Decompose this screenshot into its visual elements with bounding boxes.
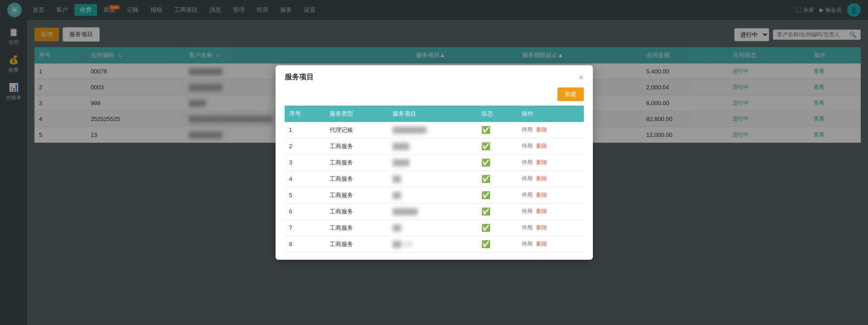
- modal-cell-item: ██████: [388, 204, 477, 220]
- modal-table-row: 8 工商服务 ██注册 ✅ 停用 删除: [285, 236, 584, 252]
- modal-cell-action: 停用 删除: [517, 220, 584, 236]
- modal-table-row: 6 工商服务 ██████ ✅ 停用 删除: [285, 204, 584, 220]
- modal-cell-action: 停用 删除: [517, 122, 584, 138]
- modal-cell-status: ✅: [477, 155, 517, 171]
- modal-cell-seq: 3: [285, 155, 325, 171]
- modal-cell-item: ██注册: [388, 236, 477, 252]
- modal-cell-seq: 7: [285, 220, 325, 236]
- modal-cell-status: ✅: [477, 122, 517, 138]
- modal-table-row: 4 工商服务 ██ ✅ 停用 删除: [285, 171, 584, 187]
- modal-table-row: 2 工商服务 ████ ✅ 停用 删除: [285, 138, 584, 155]
- modal-cell-action: 停用 删除: [517, 155, 584, 171]
- modal-cell-status: ✅: [477, 138, 517, 155]
- status-check-icon: ✅: [481, 191, 490, 199]
- modal-col-seq: 序号: [285, 106, 325, 122]
- modal-cell-status: ✅: [477, 236, 517, 252]
- status-check-icon: ✅: [481, 175, 490, 183]
- modal-col-item: 服务项目: [388, 106, 477, 122]
- modal-cell-item: ██: [388, 187, 477, 204]
- modal-cell-type: 工商服务: [325, 138, 388, 155]
- delete-button[interactable]: 删除: [536, 208, 547, 215]
- stop-button[interactable]: 停用: [522, 224, 533, 232]
- modal-cell-seq: 5: [285, 187, 325, 204]
- modal-table-row: 7 工商服务 ██ ✅ 停用 删除: [285, 220, 584, 236]
- status-check-icon: ✅: [481, 208, 490, 215]
- delete-button[interactable]: 删除: [536, 126, 547, 134]
- stop-button[interactable]: 停用: [522, 175, 533, 183]
- modal-cell-action: 停用 删除: [517, 204, 584, 220]
- modal-cell-item: ████: [388, 138, 477, 155]
- stop-button[interactable]: 停用: [522, 126, 533, 134]
- modal-cell-seq: 2: [285, 138, 325, 155]
- modal-cell-seq: 8: [285, 236, 325, 252]
- modal-cell-status: ✅: [477, 220, 517, 236]
- stop-button[interactable]: 停用: [522, 142, 533, 150]
- modal-cell-action: 停用 删除: [517, 187, 584, 204]
- delete-button[interactable]: 删除: [536, 224, 547, 232]
- modal-table-wrap: 序号 服务类型 服务项目 状态 操作 1 代理记账 ████████1 ✅ 停用…: [285, 106, 584, 252]
- modal-close-button[interactable]: ×: [579, 73, 584, 82]
- status-check-icon: ✅: [481, 142, 490, 150]
- modal-cell-item: ████: [388, 155, 477, 171]
- service-item-modal: 服务项目 × 新建 序号 服务类型 服务项目 状态 操作: [276, 65, 593, 260]
- modal-table-row: 3 工商服务 ████ ✅ 停用 删除: [285, 155, 584, 171]
- status-check-icon: ✅: [481, 240, 490, 248]
- modal-body: 新建 序号 服务类型 服务项目 状态 操作 1 代理记账 ███████: [276, 82, 593, 260]
- modal-col-action: 操作: [517, 106, 584, 122]
- modal-cell-seq: 6: [285, 204, 325, 220]
- modal-overlay[interactable]: 服务项目 × 新建 序号 服务类型 服务项目 状态 操作: [0, 0, 868, 325]
- modal-toolbar: 新建: [285, 87, 584, 101]
- modal-cell-status: ✅: [477, 171, 517, 187]
- modal-cell-item: ██: [388, 220, 477, 236]
- delete-button[interactable]: 删除: [536, 175, 547, 183]
- status-check-icon: ✅: [481, 159, 490, 166]
- stop-button[interactable]: 停用: [522, 240, 533, 248]
- modal-cell-type: 代理记账: [325, 122, 388, 138]
- modal-header: 服务项目 ×: [276, 65, 593, 82]
- modal-cell-type: 工商服务: [325, 236, 388, 252]
- modal-col-status: 状态: [477, 106, 517, 122]
- modal-cell-status: ✅: [477, 204, 517, 220]
- modal-cell-type: 工商服务: [325, 220, 388, 236]
- delete-button[interactable]: 删除: [536, 191, 547, 199]
- stop-button[interactable]: 停用: [522, 159, 533, 166]
- stop-button[interactable]: 停用: [522, 191, 533, 199]
- modal-cell-status: ✅: [477, 187, 517, 204]
- modal-col-type: 服务类型: [325, 106, 388, 122]
- stop-button[interactable]: 停用: [522, 208, 533, 215]
- modal-cell-type: 工商服务: [325, 155, 388, 171]
- modal-cell-item: ██: [388, 171, 477, 187]
- modal-title: 服务项目: [285, 73, 314, 82]
- status-check-icon: ✅: [481, 126, 490, 134]
- service-items-table: 序号 服务类型 服务项目 状态 操作 1 代理记账 ████████1 ✅ 停用…: [285, 106, 584, 252]
- modal-cell-action: 停用 删除: [517, 236, 584, 252]
- modal-cell-seq: 1: [285, 122, 325, 138]
- modal-table-row: 5 工商服务 ██ ✅ 停用 删除: [285, 187, 584, 204]
- modal-cell-type: 工商服务: [325, 187, 388, 204]
- modal-cell-type: 工商服务: [325, 171, 388, 187]
- status-check-icon: ✅: [481, 224, 490, 232]
- modal-table-row: 1 代理记账 ████████1 ✅ 停用 删除: [285, 122, 584, 138]
- modal-cell-seq: 4: [285, 171, 325, 187]
- delete-button[interactable]: 删除: [536, 240, 547, 248]
- modal-cell-action: 停用 删除: [517, 171, 584, 187]
- delete-button[interactable]: 删除: [536, 159, 547, 166]
- delete-button[interactable]: 删除: [536, 142, 547, 150]
- new-service-item-button[interactable]: 新建: [558, 87, 584, 101]
- modal-cell-item: ████████1: [388, 122, 477, 138]
- modal-cell-type: 工商服务: [325, 204, 388, 220]
- modal-cell-action: 停用 删除: [517, 138, 584, 155]
- modal-table-header-row: 序号 服务类型 服务项目 状态 操作: [285, 106, 584, 122]
